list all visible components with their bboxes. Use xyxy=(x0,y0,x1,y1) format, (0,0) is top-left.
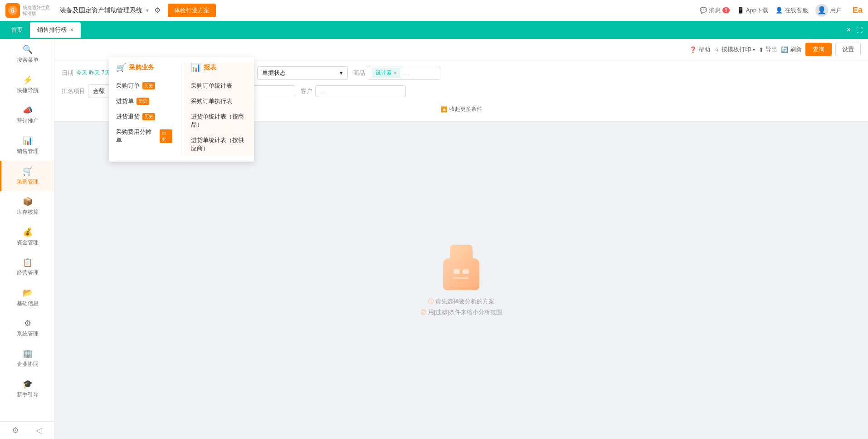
sidebar-capital-label: 资金管理 xyxy=(17,239,39,247)
enterprise-icon: 🏢 xyxy=(23,349,33,359)
report-order-stat-label: 采购订单统计表 xyxy=(191,82,232,90)
date-yesterday[interactable]: 昨天 xyxy=(89,69,100,77)
query-button[interactable]: 查询 xyxy=(805,43,832,56)
dropdown-purchase-return[interactable]: 进货退货 历史 xyxy=(112,109,176,124)
service-icon: 👤 xyxy=(775,7,783,14)
purchase-order-label: 采购订单 xyxy=(116,82,140,90)
date-label: 日期 xyxy=(62,69,73,77)
data-area: ① 请先选择要分析的方案 ② 用[过滤]条件来缩小分析范围 xyxy=(54,122,868,439)
main-layout: 🔍 搜索菜单 ⚡ 快捷导航 📣 营销推广 📊 销售管理 🛒 采购管理 📦 库存核… xyxy=(0,39,868,439)
export-icon: ⬆ xyxy=(759,46,764,53)
logo-area: 6 畅捷通好生意 标准版 xyxy=(5,3,60,18)
sidebar-collapse-icon[interactable]: ◁ xyxy=(36,425,42,435)
sidebar-bottom: ⚙ ◁ xyxy=(0,421,54,439)
tab-sales-ranking[interactable]: 销售排行榜 × xyxy=(30,22,81,38)
report-col-title: 📊 报表 xyxy=(187,63,251,73)
settings-button[interactable]: 设置 xyxy=(835,43,861,56)
sidebar-item-guide[interactable]: 🎓 新手引导 xyxy=(0,374,54,404)
dropdown-report-inbound-goods[interactable]: 进货单统计表（按商品） xyxy=(187,109,251,133)
doc-status-select[interactable]: 单据状态 ▾ xyxy=(257,66,348,80)
sidebar-purchase-label: 采购管理 xyxy=(17,178,39,186)
rank-label: 排名项目 xyxy=(62,87,85,95)
message-action[interactable]: 💬 消息 9 xyxy=(700,6,730,15)
dropdown-report-order-exec[interactable]: 采购订单执行表 xyxy=(187,94,251,109)
sidebar-operation-label: 经营管理 xyxy=(17,269,39,277)
goods-tag: 设计素 × xyxy=(372,68,400,78)
collapse-label: 收起更多条件 xyxy=(449,105,482,113)
sidebar-search-label: 搜索菜单 xyxy=(17,56,39,64)
tab-home[interactable]: 首页 xyxy=(4,22,30,38)
dropdown-purchase-inbound[interactable]: 进货单 历史 xyxy=(112,94,176,109)
purchase-col-title: 🛒 采购业务 xyxy=(112,63,176,73)
system-title: 装备及固定资产辅助管理系统 ▾ ⚙ 体验行业方案 xyxy=(60,4,700,17)
report-column: 📊 报表 采购订单统计表 采购订单执行表 进货单统计表（按商品） 进货单统计表（… xyxy=(184,63,254,156)
sidebar-basic-label: 基础信息 xyxy=(17,300,39,307)
sidebar-item-search[interactable]: 🔍 搜索菜单 xyxy=(0,39,54,69)
collapse-button[interactable]: 🔼 收起更多条件 xyxy=(441,105,482,113)
purchase-return-label: 进货退货 xyxy=(116,113,140,121)
goods-tag-close[interactable]: × xyxy=(394,70,397,76)
dropdown-purchase-expense[interactable]: 采购费用分摊单 历史 xyxy=(112,124,176,148)
print-label: 按模板打印 xyxy=(722,45,751,54)
help-button[interactable]: ❓ 帮助 xyxy=(689,43,710,56)
purchase-col-label: 采购业务 xyxy=(129,64,154,72)
window-expand-icon[interactable]: ⛶ xyxy=(854,26,864,34)
sidebar-guide-label: 新手引导 xyxy=(17,391,39,399)
filter-goods: 商品 设计素 × ... xyxy=(353,66,440,80)
doc-status-value: 单据状态 xyxy=(262,69,286,77)
logo-line2: 标准版 xyxy=(23,10,50,16)
sidebar-item-system[interactable]: ⚙ 系统管理 xyxy=(0,313,54,343)
user-label: 用户 xyxy=(830,6,842,15)
dropdown-report-order-stat[interactable]: 采购订单统计表 xyxy=(187,78,251,94)
customer-label: 客户 xyxy=(301,87,312,95)
export-button[interactable]: ⬆ 导出 xyxy=(759,43,777,56)
sidebar: 🔍 搜索菜单 ⚡ 快捷导航 📣 营销推广 📊 销售管理 🛒 采购管理 📦 库存核… xyxy=(0,39,54,439)
system-settings-icon[interactable]: ⚙ xyxy=(154,6,161,15)
sidebar-item-enterprise[interactable]: 🏢 企业协同 xyxy=(0,343,54,374)
system-icon: ⚙ xyxy=(24,318,31,328)
guide-icon: 🎓 xyxy=(23,379,33,389)
report-col-label: 报表 xyxy=(204,64,216,72)
sidebar-item-quick[interactable]: ⚡ 快捷导航 xyxy=(0,69,54,100)
top-right-label: Ea xyxy=(849,5,863,15)
content-area: ❓ 帮助 🖨 按模板打印 ▾ ⬆ 导出 🔄 刷新 查询 设置 xyxy=(54,39,868,439)
sidebar-item-operation[interactable]: 📋 经营管理 xyxy=(0,252,54,282)
refresh-button[interactable]: 🔄 刷新 xyxy=(781,43,802,56)
sidebar-item-capital[interactable]: 💰 资金管理 xyxy=(0,222,54,252)
tab-close-icon[interactable]: × xyxy=(70,27,73,33)
system-dropdown-arrow[interactable]: ▾ xyxy=(146,7,149,14)
system-name: 装备及固定资产辅助管理系统 xyxy=(60,6,142,15)
window-close-icon[interactable]: × xyxy=(843,26,854,34)
basic-icon: 📂 xyxy=(23,288,33,298)
sidebar-item-marketing[interactable]: 📣 营销推广 xyxy=(0,100,54,130)
rank-value: 金额 xyxy=(93,87,105,95)
help-label: 帮助 xyxy=(698,45,710,54)
empty-hint-1: ① 请先选择要分析的方案 xyxy=(428,297,495,306)
goods-dots[interactable]: ... xyxy=(402,69,410,77)
purchase-inbound-hist: 历史 xyxy=(137,98,149,105)
sidebar-item-basic[interactable]: 📂 基础信息 xyxy=(0,282,54,313)
sidebar-item-inventory[interactable]: 📦 库存核算 xyxy=(0,191,54,222)
dropdown-report-inbound-supplier[interactable]: 进货单统计表（按供应商） xyxy=(187,133,251,156)
filter-customer: 客户 ... xyxy=(301,85,406,97)
purchase-order-hist: 历史 xyxy=(142,82,155,89)
date-today[interactable]: 今天 xyxy=(76,69,87,77)
dropdown-purchase-order[interactable]: 采购订单 历史 xyxy=(112,78,176,94)
sidebar-settings-icon[interactable]: ⚙ xyxy=(12,425,19,435)
app-icon: 📱 xyxy=(737,7,744,14)
sidebar-marketing-label: 营销推广 xyxy=(17,117,39,125)
sidebar-inventory-label: 库存核算 xyxy=(17,208,39,216)
industry-button[interactable]: 体验行业方案 xyxy=(168,4,216,17)
sidebar-item-purchase[interactable]: 🛒 采购管理 xyxy=(0,161,54,191)
sidebar-item-sales[interactable]: 📊 销售管理 xyxy=(0,130,54,161)
report-order-exec-label: 采购订单执行表 xyxy=(191,97,232,105)
service-action[interactable]: 👤 在线客服 xyxy=(775,6,808,15)
customer-dots[interactable]: ... xyxy=(319,88,327,95)
tab-sales-ranking-label: 销售排行榜 xyxy=(37,26,67,33)
purchase-return-hist: 历史 xyxy=(142,113,155,120)
user-action[interactable]: 👤 用户 xyxy=(815,4,842,17)
message-badge: 9 xyxy=(722,7,730,13)
app-download-action[interactable]: 📱 App下载 xyxy=(737,6,768,15)
print-button[interactable]: 🖨 按模板打印 ▾ xyxy=(714,43,755,56)
purchase-inbound-label: 进货单 xyxy=(116,97,134,105)
